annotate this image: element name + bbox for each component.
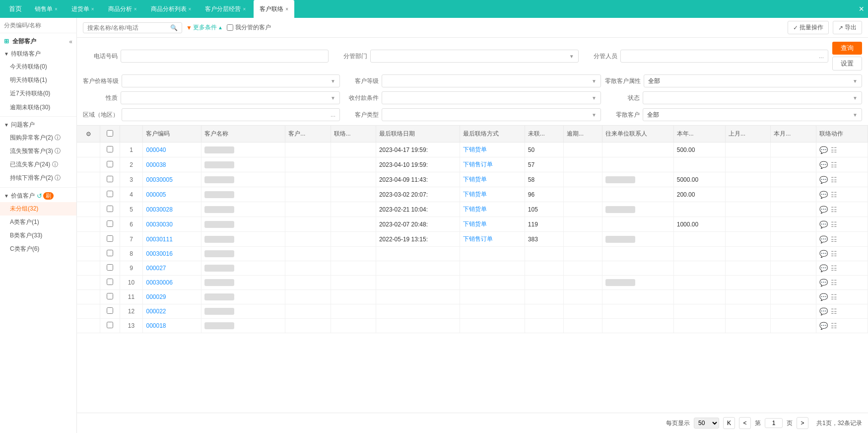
sidebar-item-class-a[interactable]: A类客户(1) <box>0 216 76 229</box>
select-all-checkbox[interactable] <box>107 130 113 137</box>
retail-select[interactable]: 全部▼ <box>643 108 862 121</box>
row-checkbox[interactable] <box>107 307 113 314</box>
nav-home[interactable]: 首页 <box>4 2 27 15</box>
more-conditions-btn[interactable]: ▼ 更多条件 ▲ <box>186 23 223 32</box>
next-page-btn[interactable]: > <box>797 417 808 429</box>
row-checkbox[interactable] <box>107 235 113 242</box>
retail-attr-select[interactable]: 全部▼ <box>644 74 862 87</box>
check-cell[interactable] <box>100 319 120 333</box>
grid-icon[interactable]: ☷ <box>831 264 837 272</box>
contact-way-link[interactable]: 下销货单 <box>463 176 487 183</box>
message-icon[interactable]: 💬 <box>819 191 828 199</box>
message-icon[interactable]: 💬 <box>819 161 828 169</box>
message-icon[interactable]: 💬 <box>819 293 828 301</box>
sidebar-item-hoarding[interactable]: 囤购异常客户(2) ⓘ <box>0 131 76 144</box>
message-icon[interactable]: 💬 <box>819 264 828 272</box>
sidebar-item-7days[interactable]: 近7天待联络(0) <box>0 87 76 100</box>
row-checkbox[interactable] <box>107 279 113 285</box>
sidebar-search-input[interactable] <box>4 22 77 29</box>
all-customers-header[interactable]: ⊞ 全部客户 « <box>0 33 76 48</box>
check-cell[interactable] <box>100 261 120 276</box>
page-size-select[interactable]: 50 20 100 <box>694 418 719 429</box>
row-checkbox[interactable] <box>107 264 113 271</box>
check-column-header[interactable] <box>100 126 120 143</box>
check-cell[interactable] <box>100 290 120 304</box>
my-customers-filter[interactable]: 我分管的客户 <box>227 23 271 32</box>
customer-level-select[interactable]: ▼ <box>382 74 601 87</box>
sidebar-item-overdue[interactable]: 逾期未联络(30) <box>0 101 76 114</box>
refresh-icon[interactable]: ↺ <box>37 192 42 200</box>
price-level-select[interactable]: ▼ <box>122 74 340 87</box>
sidebar-search-box[interactable]: 🔍 <box>0 18 76 33</box>
contact-way-link[interactable]: 下销货单 <box>463 146 487 153</box>
gear-column-header[interactable]: ⚙ <box>77 126 100 143</box>
sidebar-item-today[interactable]: 今天待联络(0) <box>0 60 76 73</box>
sidebar-item-class-b[interactable]: B类客户(33) <box>0 229 76 242</box>
grid-icon[interactable]: ☷ <box>831 250 837 258</box>
sidebar-item-class-c[interactable]: C类客户(6) <box>0 242 76 256</box>
grid-icon[interactable]: ☷ <box>831 191 837 199</box>
message-icon[interactable]: 💬 <box>819 206 828 214</box>
page-input[interactable]: 1 <box>765 418 783 428</box>
row-checkbox[interactable] <box>107 220 113 227</box>
contact-way-link[interactable]: 下销售订单 <box>463 161 493 168</box>
check-cell[interactable] <box>100 143 120 157</box>
grid-icon[interactable]: ☷ <box>831 235 837 243</box>
message-icon[interactable]: 💬 <box>819 176 828 184</box>
close-icon[interactable]: × <box>134 6 137 12</box>
dept-select[interactable]: ▼ <box>370 50 578 63</box>
manager-dots[interactable]: ... <box>620 50 828 63</box>
collapse-icon[interactable]: « <box>69 38 72 45</box>
tab-customer-contact[interactable]: 客户联络 × <box>254 0 294 18</box>
phone-input[interactable] <box>121 50 329 63</box>
sidebar-item-tomorrow[interactable]: 明天待联络(1) <box>0 73 76 87</box>
batch-op-button[interactable]: ✓ 批量操作 <box>788 21 829 34</box>
problem-customers-group[interactable]: ▼ 问题客户 <box>0 119 76 131</box>
my-customers-checkbox[interactable] <box>227 24 233 31</box>
grid-icon[interactable]: ☷ <box>831 322 837 330</box>
close-icon[interactable]: × <box>91 6 94 12</box>
row-checkbox[interactable] <box>107 322 113 328</box>
grid-icon[interactable]: ☷ <box>831 161 837 169</box>
grid-icon[interactable]: ☷ <box>831 220 837 228</box>
contact-way-link[interactable]: 下销货单 <box>463 220 487 227</box>
nature-select[interactable]: ▼ <box>121 91 340 104</box>
export-button[interactable]: ↗ 导出 <box>833 21 862 34</box>
first-page-btn[interactable]: K <box>723 417 735 429</box>
message-icon[interactable]: 💬 <box>819 250 828 258</box>
close-icon[interactable]: × <box>243 6 246 12</box>
check-cell[interactable] <box>100 247 120 261</box>
sidebar-item-ungroup[interactable]: 未分组(32) <box>0 202 76 216</box>
check-cell[interactable] <box>100 172 120 187</box>
main-search-input[interactable] <box>87 24 168 31</box>
sidebar-item-churn-warning[interactable]: 流失预警客户(3) ⓘ <box>0 144 76 158</box>
message-icon[interactable]: 💬 <box>819 307 828 315</box>
message-icon[interactable]: 💬 <box>819 279 828 287</box>
contact-way-link[interactable]: 下销货单 <box>463 206 487 213</box>
check-cell[interactable] <box>100 157 120 172</box>
prev-page-btn[interactable]: < <box>739 417 751 429</box>
message-icon[interactable]: 💬 <box>819 235 828 243</box>
check-cell[interactable] <box>100 276 120 290</box>
grid-icon[interactable]: ☷ <box>831 279 837 287</box>
sidebar-item-declining[interactable]: 持续下滑客户(2) ⓘ <box>0 171 76 185</box>
row-checkbox[interactable] <box>107 161 113 167</box>
region-dots[interactable]: ... <box>122 108 340 121</box>
check-cell[interactable] <box>100 202 120 217</box>
close-icon[interactable]: × <box>285 6 288 12</box>
row-checkbox[interactable] <box>107 250 113 256</box>
row-checkbox[interactable] <box>107 146 113 152</box>
reset-button[interactable]: 设置 <box>832 57 862 71</box>
row-checkbox[interactable] <box>107 206 113 212</box>
pending-contact-group[interactable]: ▼ 待联络客户 <box>0 48 76 60</box>
close-icon[interactable]: × <box>55 6 58 12</box>
status-select[interactable]: ▼ <box>643 91 862 104</box>
row-checkbox[interactable] <box>107 191 113 197</box>
grid-icon[interactable]: ☷ <box>831 293 837 301</box>
tab-product-analysis-list[interactable]: 商品分析列表 × <box>145 0 198 18</box>
close-all-btn[interactable]: × <box>859 4 864 14</box>
tab-customer-tier[interactable]: 客户分层经营 × <box>199 0 252 18</box>
check-cell[interactable] <box>100 217 120 232</box>
grid-icon[interactable]: ☷ <box>831 307 837 315</box>
main-search-box[interactable]: 🔍 <box>83 22 182 33</box>
